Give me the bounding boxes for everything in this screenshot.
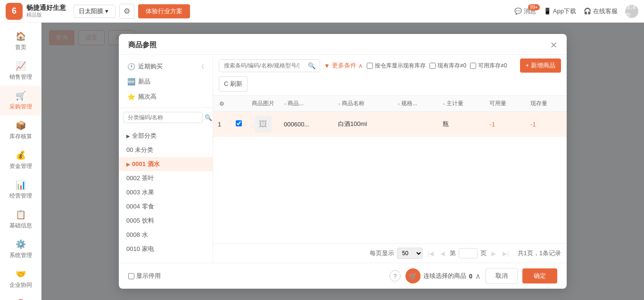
user-profile-nav-item[interactable]: 徐泽华 [625,5,638,18]
check-available-stock-not-zero[interactable]: 可用库存≠0 [470,62,507,70]
sidebar-item-operations[interactable]: 📊 经营管理 [0,175,41,205]
system-icon: ⚙️ [16,239,26,250]
show-disabled-label[interactable]: 显示停用 [128,272,161,280]
help-icon[interactable]: ? [389,270,401,282]
settings-icon[interactable]: ⚙ [119,4,134,19]
category-item-0001[interactable]: ▶ 0001 酒水 [119,157,213,171]
message-nav-item[interactable]: 💬 消息 99+ [514,7,536,16]
cart-area: 🛒 连续选择的商品 0 ∧ [405,268,481,283]
filter-icon: ▼ [324,62,330,69]
sidebar-item-sales[interactable]: 📈 销售管理 [0,56,41,86]
refresh-button[interactable]: C 刷新 [219,76,248,92]
category-item-0002[interactable]: 0002 茶叶 [119,171,213,185]
product-table-wrap: ⚙ 商品图片 [213,96,567,243]
operations-icon: 📊 [16,180,26,190]
dialog-header: 商品参照 ✕ [119,34,567,55]
sidebar-item-enterprise[interactable]: 🤝 企业协同 [0,264,41,294]
row-unit: 瓶 [438,112,485,137]
table-row[interactable]: 1 🖼 000600... 白酒100ml [213,112,567,137]
collapse-cart-icon[interactable]: ∧ [475,272,481,281]
row-code: 000600... [279,112,333,137]
page-suffix: 页 [480,249,487,258]
sidebar-item-inventory[interactable]: 📦 库存核算 [0,116,41,145]
left-panel: 🕐 近期购买 《 🆕 新品 ⭐ 频次高 [119,55,213,263]
message-icon: 💬 [514,8,522,15]
col-settings[interactable]: ⚙ [213,96,230,112]
col-name[interactable]: ⬦ 商品名称 [333,96,393,112]
next-page-btn[interactable]: ▶ [489,249,498,258]
product-image: 🖼 [255,116,272,133]
row-name: 白酒100ml [333,112,393,137]
cart-count: 0 [469,273,472,280]
category-item-0005[interactable]: 0005 饮料 [119,214,213,228]
row-checkbox[interactable] [236,120,242,126]
category-item-0003[interactable]: 0003 水果 [119,185,213,200]
nav-right: 💬 消息 99+ 📱 App下载 🎧 在线客服 徐泽华 [514,5,638,18]
col-spec[interactable]: ⬦ 规格... [393,96,438,112]
sort-icon-code: ⬦ [284,101,287,106]
sidebar-item-finance[interactable]: 💰 资金管理 [0,145,41,175]
col-code[interactable]: ⬦ 商品... [279,96,333,112]
company-selector[interactable]: 日太阳膜 ▾ [74,5,116,18]
product-search-input[interactable] [219,60,304,71]
new-products-item[interactable]: 🆕 新品 [124,75,208,89]
check-current-stock-not-zero[interactable]: 现有库存≠0 [429,62,466,70]
category-item-0004[interactable]: 0004 零食 [119,200,213,214]
chevron-down-icon: ▾ [105,8,108,15]
category-search-icon[interactable]: 🔍 [205,114,212,121]
col-available[interactable]: 可用量 [485,96,526,112]
show-disabled-checkbox[interactable] [128,273,134,279]
per-page-select[interactable]: 50 100 200 [397,248,423,259]
category-item-0010[interactable]: 0010 家电 [119,242,213,256]
category-search-input[interactable] [124,112,203,123]
sidebar-item-guide[interactable]: 🎯 新手引导 [0,294,41,300]
sidebar-item-system[interactable]: ⚙️ 系统管理 [0,234,41,264]
row-checkbox-cell[interactable] [230,112,247,137]
product-table: ⚙ 商品图片 [213,96,567,137]
page-number-input[interactable]: 1 [459,248,478,258]
left-panel-top: 🕐 近期购买 《 🆕 新品 ⭐ 频次高 [119,59,213,108]
close-button[interactable]: ✕ [550,41,557,50]
main-area: 查询 设置 刷新 商品参照 ✕ 🕐 [41,23,644,300]
check-warehouse-stock[interactable]: 按仓库显示现有库存 [367,62,426,70]
dialog-title: 商品参照 [128,41,157,50]
download-icon: 📱 [544,8,551,15]
sidebar-item-purchase[interactable]: 🛒 采购管理 [0,86,41,116]
last-page-btn[interactable]: ▶| [501,249,511,258]
online-service-nav-item[interactable]: 🎧 在线客服 [584,7,618,16]
current-stock-checkbox[interactable] [429,63,436,69]
confirm-button[interactable]: 确定 [522,268,557,283]
more-conditions-button[interactable]: ▼ 更多条件 ∧ [324,61,363,70]
expand-icon: ▶ [126,133,130,139]
first-page-btn[interactable]: |◀ [426,249,436,258]
warehouse-stock-checkbox[interactable] [367,63,373,69]
all-category-item[interactable]: ▶ 全部分类 [119,129,213,143]
table-header: ⚙ 商品图片 [213,96,567,112]
sidebar-item-home[interactable]: 🏠 首页 [0,26,41,56]
logo-icon: 6 [6,3,23,20]
app-download-nav-item[interactable]: 📱 App下载 [544,7,576,16]
col-stock[interactable]: 现存量 [526,96,567,112]
frequent-item[interactable]: ⭐ 频次高 [124,90,208,104]
right-panel: 🔍 ▼ 更多条件 ∧ 按仓库显示现有库存 [213,55,567,263]
footer-right: ? 🛒 连续选择的商品 0 ∧ 取消 确定 [389,268,557,284]
app-layout: 🏠 首页 📈 销售管理 🛒 采购管理 📦 库存核算 💰 资金管理 📊 经营管理 … [0,23,644,300]
add-product-button[interactable]: + 新增商品 [520,58,561,73]
cart-icon[interactable]: 🛒 [405,268,421,283]
recent-buy-item[interactable]: 🕐 近期购买 《 [124,59,208,74]
collapse-icon[interactable]: 《 [198,63,204,71]
cancel-button[interactable]: 取消 [486,268,518,284]
category-item-0008[interactable]: 0008 水 [119,228,213,242]
prev-page-btn[interactable]: ◀ [438,249,447,258]
try-industry-button[interactable]: 体验行业方案 [138,4,190,18]
product-reference-dialog: 商品参照 ✕ 🕐 近期购买 《 � [119,34,567,289]
table-body: 1 🖼 000600... 白酒100ml [213,112,567,137]
sort-icon-unit: ⬦ [443,101,446,106]
available-stock-checkbox[interactable] [470,63,476,69]
row-available: -1 [485,112,526,137]
category-list: ▶ 全部分类 00 未分类 ▶ 0001 酒水 0002 茶 [119,127,213,258]
category-item-00[interactable]: 00 未分类 [119,143,213,157]
product-search-button[interactable]: 🔍 [304,60,320,72]
col-unit[interactable]: ⬦ 主计量 [438,96,485,112]
sidebar-item-basic-info[interactable]: 📋 基础信息 [0,205,41,234]
